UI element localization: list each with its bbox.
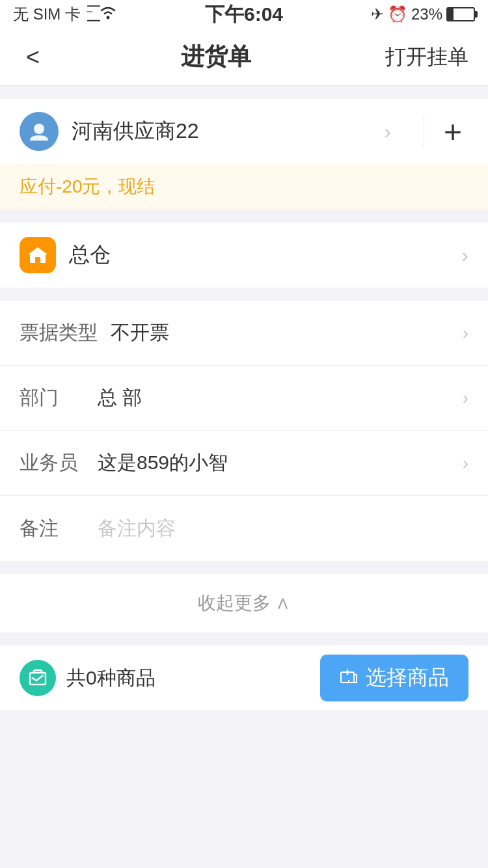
product-count-area: 共0种商品 xyxy=(20,660,156,696)
battery-percent: 23% xyxy=(411,5,442,23)
warehouse-divider xyxy=(0,210,488,223)
select-product-label: 选择商品 xyxy=(366,664,449,692)
warehouse-arrow-icon: › xyxy=(461,243,468,267)
invoice-type-row[interactable]: 票据类型 不开票 › xyxy=(0,301,488,366)
invoice-type-value: 不开票 xyxy=(98,319,463,346)
status-time: 下午6:04 xyxy=(205,1,283,28)
product-count-text: 共0种商品 xyxy=(66,665,156,692)
supplier-arrow-icon: › xyxy=(384,120,391,144)
supplier-row[interactable]: 河南供应商22 › + xyxy=(0,99,488,164)
form-section: 票据类型 不开票 › 部门 总 部 › 业务员 这是859的小智 › 备注 备注… xyxy=(0,301,488,561)
salesperson-label: 业务员 xyxy=(20,450,85,476)
supplier-avatar xyxy=(20,112,59,151)
department-arrow: › xyxy=(463,388,468,409)
department-label: 部门 xyxy=(20,385,85,411)
invoice-type-label: 票据类型 xyxy=(20,319,98,346)
top-divider xyxy=(0,86,488,99)
svg-rect-4 xyxy=(35,257,40,263)
main-background xyxy=(0,711,488,868)
notice-bar: 应付-20元，现结 xyxy=(0,164,488,210)
wifi-icon: ⁻͟͟͞͞ xyxy=(86,6,94,23)
status-bar: 无 SIM 卡 ⁻͟͟͞͞ 下午6:04 ✈ ⏰ 23% xyxy=(0,0,488,29)
select-product-button[interactable]: 选择商品 xyxy=(320,655,468,701)
collapse-label: 收起更多 ∧ xyxy=(198,591,291,616)
collapse-button[interactable]: 收起更多 ∧ xyxy=(0,574,488,632)
svg-point-1 xyxy=(34,124,44,134)
alarm-icon: ⏰ xyxy=(388,5,407,23)
warehouse-icon xyxy=(20,237,56,273)
warehouse-row[interactable]: 总仓 › xyxy=(0,223,488,288)
back-button[interactable]: < xyxy=(20,37,46,77)
salesperson-value: 这是859的小智 xyxy=(85,450,463,476)
open-pending-button[interactable]: 打开挂单 xyxy=(385,43,468,72)
department-value: 总 部 xyxy=(85,385,463,411)
department-row[interactable]: 部门 总 部 › xyxy=(0,366,488,431)
warehouse-name: 总仓 xyxy=(69,241,461,269)
wifi-symbol xyxy=(99,5,117,23)
status-carrier: 无 SIM 卡 ⁻͟͟͞͞ xyxy=(13,4,117,25)
supplier-section: 河南供应商22 › + 应付-20元，现结 xyxy=(0,99,488,210)
status-right: ✈ ⏰ 23% xyxy=(371,5,475,23)
nav-bar: < 进货单 打开挂单 xyxy=(0,29,488,86)
product-icon xyxy=(20,660,56,696)
notice-text: 应付-20元，现结 xyxy=(20,176,155,197)
svg-point-0 xyxy=(107,16,110,20)
svg-marker-3 xyxy=(28,247,47,254)
invoice-type-arrow: › xyxy=(463,323,468,344)
remark-value[interactable]: 备注内容 xyxy=(85,515,468,542)
add-supplier-button[interactable]: + xyxy=(437,114,468,150)
page-title: 进货单 xyxy=(181,41,251,73)
carrier-text: 无 SIM 卡 xyxy=(13,4,81,25)
location-icon: ✈ xyxy=(371,5,384,23)
supplier-divider xyxy=(424,115,424,148)
salesperson-row[interactable]: 业务员 这是859的小智 › xyxy=(0,431,488,496)
supplier-name: 河南供应商22 xyxy=(72,117,384,146)
remark-row[interactable]: 备注 备注内容 xyxy=(0,496,488,561)
warehouse-section: 总仓 › xyxy=(0,223,488,288)
bottom-bar: 共0种商品 选择商品 xyxy=(0,645,488,711)
battery-icon xyxy=(446,7,475,21)
salesperson-arrow: › xyxy=(463,453,468,474)
remark-label: 备注 xyxy=(20,515,85,542)
